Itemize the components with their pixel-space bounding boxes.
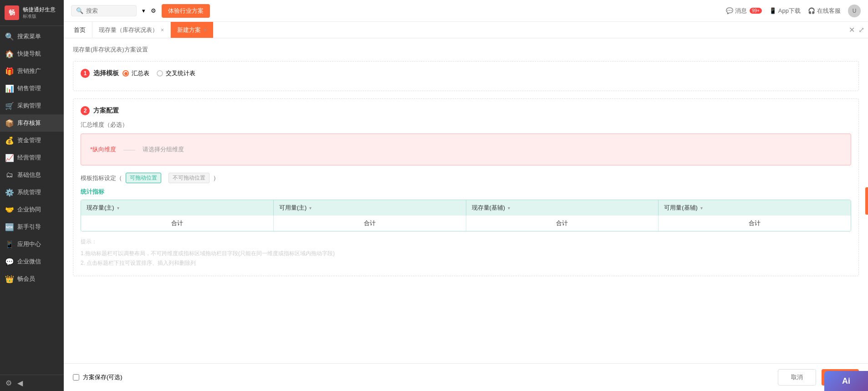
audio-icon[interactable]: ◀ [17,379,23,387]
trial-button[interactable]: 体验行业方案 [162,4,210,18]
sidebar-label-apps: 应用中心 [17,240,41,248]
template-radio-group: 汇总表 交叉统计表 [123,69,195,77]
expand-icon[interactable]: ⤢ [858,26,864,34]
sidebar-item-guide[interactable]: 🆕 新手引导 [0,218,64,236]
sidebar-label-member: 畅会员 [17,275,35,283]
sidebar-item-purchase[interactable]: 🛒 采购管理 [0,97,64,114]
message-badge: 99+ [750,8,762,14]
topbar-right: 💬 消息 99+ 📱 App下载 🎧 在线客服 U [726,5,861,17]
sidebar-item-system[interactable]: ⚙️ 系统管理 [0,184,64,201]
indicators-section: 模板指标设定（ 可拖动位置 不可拖动位置 ） 统计指标 现存量(主)▾可用量(主… [81,173,851,268]
radio-cross[interactable]: 交叉统计表 [157,69,195,77]
app-download-item[interactable]: 📱 App下载 [769,7,801,15]
stats-header-col[interactable]: 现存量(基辅)▾ [466,200,659,216]
stats-header: 现存量(主)▾可用量(主)▾现存量(基辅)▾可用量(基辅)▾ [81,200,851,216]
save-checkbox[interactable] [73,374,79,381]
stats-body-cell: 合计 [274,216,466,231]
sidebar-item-member[interactable]: 👑 畅会员 [0,270,64,288]
sidebar-icon-wechat: 💬 [5,257,14,266]
indicators-label-suffix: ） [213,174,219,182]
col-arrow-icon[interactable]: ▾ [700,206,703,211]
sidebar-bottom: ⚙ ◀ [0,375,64,391]
radio-cross-label: 交叉统计表 [166,69,195,77]
sidebar-item-apps[interactable]: 📱 应用中心 [0,236,64,253]
col-arrow-icon[interactable]: ▾ [508,206,510,211]
close-window-icon[interactable]: ✕ [849,26,855,34]
section1-title: 选择模板 [93,69,119,77]
step2-badge: 2 [81,106,90,115]
sidebar-icon-basic: 🗂 [5,171,14,179]
col-label: 可用量(主) [279,204,307,212]
sidebar-label-inventory: 库存核算 [17,119,41,127]
radio-summary[interactable]: 汇总表 [123,69,149,77]
sidebar-icon-inventory: 📦 [5,119,14,127]
col-label: 现存量(主) [87,204,114,212]
col-label: 可用量(基辅) [664,204,698,212]
sidebar-label-wechat: 企业微信 [17,257,41,266]
right-hint [865,187,868,215]
sidebar-label-guide: 新手引导 [17,223,41,231]
dimension-area[interactable]: *纵向维度 —— 请选择分组维度 [81,134,851,165]
col-label: 现存量(基辅) [472,204,505,212]
sidebar-item-search[interactable]: 🔍 搜索菜单 [0,28,64,45]
stats-body-cell: 合计 [659,216,851,231]
sidebar-item-contract[interactable]: 🤝 企业协同 [0,201,64,218]
col-arrow-icon[interactable]: ▾ [309,206,311,211]
messages-label: 消息 [735,7,747,15]
non-draggable-tag: 不可拖动位置 [168,173,209,183]
app-download-label: App下载 [778,7,801,15]
sidebar-item-inventory[interactable]: 📦 库存核算 [0,114,64,132]
sidebar-item-sales[interactable]: 📊 销售管理 [0,80,64,97]
tab-new-scheme[interactable]: 新建方案 × [171,22,213,38]
dimension-label: *纵向维度 [90,145,116,154]
settings-icon[interactable]: ⚙ [5,379,12,387]
radio-summary-label: 汇总表 [132,69,149,77]
sidebar-label-operation: 经营管理 [17,154,41,162]
section-config: 2 方案配置 汇总维度（必选） *纵向维度 —— 请选择分组维度 模板指标设定（… [73,98,859,276]
sidebar-item-finance[interactable]: 💰 资金管理 [0,132,64,149]
sidebar-item-marketing[interactable]: 🎁 营销推广 [0,62,64,80]
user-avatar[interactable]: U [848,5,861,17]
tab-inventory-status[interactable]: 现存量（库存状况表） × [92,22,171,38]
online-service-item[interactable]: 🎧 在线客服 [808,7,841,15]
cancel-button[interactable]: 取消 [778,369,816,386]
sidebar-item-basic[interactable]: 🗂 基础信息 [0,166,64,184]
sidebar-icon-guide: 🆕 [5,223,14,231]
tab-home[interactable]: 首页 [67,22,92,38]
sidebar-icon-sales: 📊 [5,84,14,93]
main-content: 🔍 ▾ ⚙ 体验行业方案 💬 消息 99+ 📱 App下载 🎧 在线客服 U [64,0,868,391]
sidebar-icon-marketing: 🎁 [5,67,14,75]
indicators-label-text: 模板指标设定（ [81,174,122,182]
home-label: 首页 [74,26,86,34]
stats-header-col[interactable]: 现存量(主)▾ [81,200,274,216]
sidebar: 畅 畅捷通好生意 标准版 🔍 搜索菜单 🏠 快捷导航 🎁 营销推广 📊 销售管理… [0,0,64,391]
sidebar-item-nav[interactable]: 🏠 快捷导航 [0,45,64,62]
tip-item-0: 1.拖动标题栏可以调整布局，不可跨维度或指标区域拖动栏目字段(只能在同一维度或指… [81,249,851,259]
stats-header-col[interactable]: 可用量(主)▾ [274,200,466,216]
page-title: 现存量(库存状况表)方案设置 [73,46,859,54]
ai-badge[interactable]: Ai [824,371,868,391]
sidebar-item-operation[interactable]: 📈 经营管理 [0,149,64,166]
stats-body-cell: 合计 [466,216,659,231]
settings-top-icon[interactable]: ⚙ [151,7,156,14]
tab-close-inventory[interactable]: × [161,27,164,33]
dropdown-icon[interactable]: ▾ [142,7,145,14]
avatar-img: U [848,5,861,17]
sidebar-item-wechat[interactable]: 💬 企业微信 [0,253,64,270]
sidebar-icon-purchase: 🛒 [5,102,14,110]
section2-header: 2 方案配置 [81,106,851,115]
col-arrow-icon[interactable]: ▾ [117,206,119,211]
search-box[interactable]: 🔍 [71,5,137,16]
sidebar-label-sales: 销售管理 [17,84,41,93]
tab-close-new[interactable]: × [204,27,207,33]
search-input[interactable] [86,7,132,14]
sidebar-icon-search: 🔍 [5,32,14,41]
stats-header-col[interactable]: 可用量(基辅)▾ [659,200,851,216]
sidebar-label-contract: 企业协同 [17,206,41,214]
stats-body-cell: 合计 [81,216,274,231]
stats-body: 合计合计合计合计 [81,216,851,231]
stats-title: 统计指标 [81,188,851,196]
messages-item[interactable]: 💬 消息 99+ [726,7,762,15]
stats-section: 统计指标 现存量(主)▾可用量(主)▾现存量(基辅)▾可用量(基辅)▾ 合计合计… [81,188,851,232]
page-content: 现存量(库存状况表)方案设置 1 选择模板 汇总表 交叉统计表 [64,38,868,363]
